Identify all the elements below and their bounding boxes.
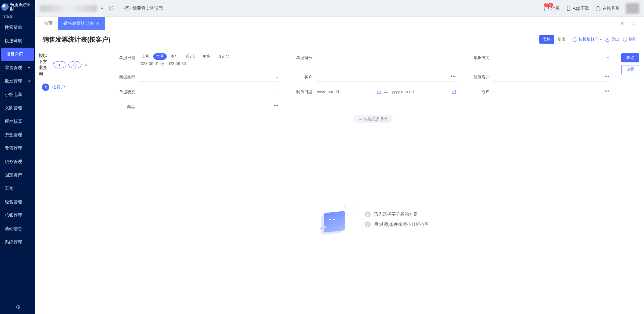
sidebar-item[interactable]: 库存核算 [0, 115, 35, 128]
sidebar-item[interactable]: 快捷导航 [0, 34, 35, 48]
sidebar-item[interactable]: 搜索菜单 [0, 21, 35, 34]
seg-table[interactable]: 表格 [539, 35, 554, 44]
sidebar-item[interactable]: 经营管理 [0, 195, 35, 209]
sidebar-item[interactable]: 系统管理 [0, 235, 35, 249]
topbar: ▼ | 我要看实例演示 消息 99+ App下载 [35, 0, 644, 17]
cust-input[interactable] [316, 73, 457, 82]
sidebar-item[interactable]: 税务管理 [0, 155, 35, 168]
status-select[interactable] [139, 88, 279, 96]
tip-number-2: 2 [365, 221, 371, 227]
sidebar-item-label: 快捷导航 [5, 38, 22, 44]
org-name-redacted [40, 5, 97, 12]
sidebar-item[interactable]: 资金管理 [0, 128, 35, 142]
group-icon: ⟲ [42, 84, 49, 91]
demo-link[interactable]: 我要看实例演示 [124, 5, 163, 11]
chevron-down-icon: ▼ [100, 6, 104, 10]
sidebar-item-label: 项目合同 [6, 51, 23, 57]
refresh-button[interactable]: 刷新 [623, 37, 637, 42]
cust-label: 客户 [289, 73, 312, 82]
wh-input[interactable] [493, 88, 610, 96]
date-quick-option[interactable]: 本年 [168, 53, 181, 60]
add-scheme-button[interactable]: ＋ [53, 61, 66, 68]
app-download-button[interactable]: App下载 [566, 5, 589, 11]
export-label: 导出 [611, 37, 619, 42]
sidebar-item-label: 采购管理 [5, 105, 22, 111]
sidebar-item[interactable]: 总账管理 [0, 209, 35, 222]
calendar-icon[interactable] [451, 89, 456, 94]
sidebar-item[interactable]: 批发管理 [0, 74, 35, 88]
brand-name: 畅捷通好业财 [10, 3, 34, 11]
calendar-icon[interactable] [377, 89, 381, 94]
message-button[interactable]: 消息 99+ [544, 5, 560, 11]
date-quick-option[interactable]: 近7天 [183, 53, 199, 60]
tabs-close-all-icon[interactable]: ✕ [618, 19, 627, 28]
scheme-title: 按以下方案查询 [39, 53, 51, 77]
tip-text-1: 请先选择要分析的方案 [374, 211, 418, 217]
fullscreen-icon[interactable] [630, 19, 639, 28]
sidebar-item-label: 小畅电商 [5, 92, 22, 98]
more-icon[interactable]: ••• [451, 74, 456, 79]
scheme-item-customer[interactable]: ⟲ 按客户 [39, 82, 99, 93]
collapse-panel-icon[interactable]: « [84, 62, 99, 67]
settings-icon[interactable] [15, 304, 20, 310]
collapse-filters-button[interactable]: ︽ 收起更多条件 [354, 115, 393, 123]
sidebar-item[interactable]: 基础信息 [0, 222, 35, 235]
tab-close-icon[interactable]: ✕ [96, 21, 99, 26]
chevron-down-icon[interactable]: ⌄ [606, 55, 610, 59]
more-icon[interactable]: ••• [604, 89, 610, 94]
date-quick-option[interactable]: 本月 [153, 53, 167, 60]
sidebar-item[interactable]: 工资 [0, 182, 35, 195]
sidebar-item-label: 系统管理 [5, 239, 22, 245]
brand-logo-icon [1, 3, 9, 11]
org-settings-icon[interactable] [109, 6, 114, 11]
sidebar-item[interactable]: 采购管理 [0, 101, 35, 115]
sidebar-item[interactable]: 项目合同 [1, 48, 34, 61]
date-quick-option[interactable]: 自定义 [215, 53, 232, 60]
settings-button[interactable]: 设置 [621, 65, 639, 74]
sidebar-item-label: 总账管理 [5, 212, 22, 218]
chevron-up-icon: ︽ [359, 116, 363, 122]
brand: 畅捷通好业财 [0, 0, 35, 14]
settle-cust-input[interactable] [493, 73, 610, 82]
sidebar-item-label: 税务管理 [5, 159, 22, 165]
print-template-button[interactable]: 按模板打印 ▾ [573, 37, 602, 42]
sidebar-item-label: 搜索菜单 [5, 24, 22, 31]
org-selector[interactable]: ▼ [40, 5, 104, 12]
settle-cust-label: 结算客户 [467, 73, 490, 82]
chevron-down-icon[interactable]: ⌄ [275, 89, 279, 94]
no-input[interactable] [316, 53, 457, 62]
query-button[interactable]: 查询 [621, 53, 639, 62]
wh-label: 仓库 [467, 88, 490, 96]
type-label: 票据类型 [112, 73, 135, 82]
seg-chart[interactable]: 图表 [554, 35, 569, 44]
goods-input[interactable] [139, 102, 279, 111]
makedate-from[interactable] [316, 88, 382, 96]
tab-active[interactable]: 销售发票统计表 ✕ [58, 17, 105, 30]
svg-point-3 [74, 64, 75, 65]
more-icon[interactable]: ••• [274, 104, 279, 108]
scheme-settings-button[interactable] [68, 61, 82, 68]
sidebar-item[interactable]: 发票管理 [0, 142, 35, 155]
dir-select[interactable] [493, 53, 610, 62]
sidebar-item[interactable]: 小畅电商 [0, 88, 35, 101]
user-avatar[interactable] [626, 3, 639, 14]
chevron-down-icon[interactable]: ⌄ [275, 74, 279, 79]
date-quick-option[interactable]: 更多 [200, 53, 213, 60]
tab-home[interactable]: 首页 [39, 17, 58, 30]
tab-home-label: 首页 [44, 20, 53, 27]
export-button[interactable]: 导出 [605, 37, 619, 42]
goods-label: 商品 [112, 102, 135, 111]
status-label: 单据状态 [112, 88, 135, 96]
sidebar-item[interactable]: 固定资产 [0, 168, 35, 182]
more-icon[interactable]: ••• [604, 74, 610, 79]
empty-state: 1 请先选择要分析的方案 2 用[过滤]条件来缩小分析范围 [102, 125, 644, 314]
makedate-to[interactable] [390, 88, 457, 96]
support-button[interactable]: 在线客服 [595, 5, 620, 11]
date-range-text: 2023-06-01 至 2023-06-30 [139, 61, 279, 67]
sidebar-item-label: 库存核算 [5, 118, 22, 124]
sidebar-item[interactable]: 零售管理 [0, 61, 35, 74]
date-quick-option[interactable]: 上月 [139, 53, 152, 60]
type-select[interactable] [139, 73, 279, 82]
date-quick-group: 上月本月本年近7天更多自定义 [139, 53, 279, 60]
support-label: 在线客服 [602, 5, 620, 11]
